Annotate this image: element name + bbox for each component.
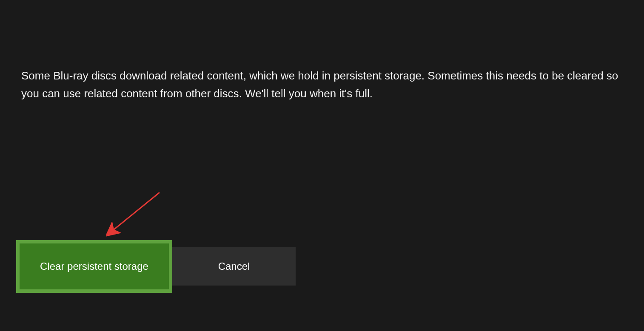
- dialog-button-row: Clear persistent storage Cancel: [16, 240, 296, 293]
- svg-line-1: [114, 192, 160, 229]
- dialog-description: Some Blu-ray discs download related cont…: [21, 67, 638, 102]
- clear-persistent-storage-button[interactable]: Clear persistent storage: [16, 240, 172, 293]
- annotation-arrow-icon: [106, 190, 166, 237]
- cancel-button[interactable]: Cancel: [172, 247, 296, 286]
